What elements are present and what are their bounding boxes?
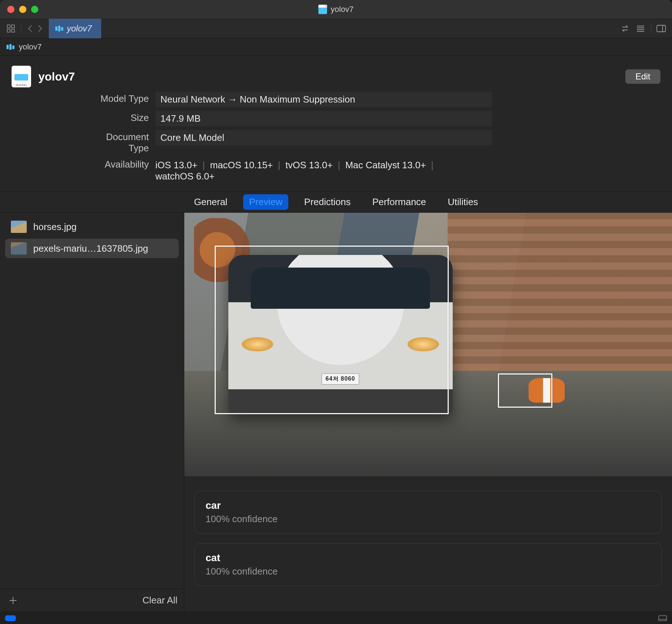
add-image-button[interactable]: [7, 594, 20, 607]
page-title: yolov7: [38, 70, 75, 83]
window-close-button[interactable]: [7, 6, 14, 13]
mlmodel-file-icon: [318, 5, 327, 14]
detection-confidence: 100% confidence: [206, 566, 651, 577]
availability-item: macOS 10.15+: [210, 160, 273, 171]
tab-performance[interactable]: Performance: [366, 194, 432, 210]
status-indicator[interactable]: [5, 615, 16, 621]
svg-rect-0: [7, 25, 10, 28]
svg-rect-6: [61, 27, 63, 31]
separator: |: [278, 160, 280, 171]
window-minimize-button[interactable]: [19, 6, 26, 13]
svg-rect-5: [58, 26, 60, 31]
preview-image: 64저 8060: [184, 213, 672, 476]
detection-label: cat: [206, 552, 651, 564]
nav-back-button[interactable]: [25, 22, 35, 35]
sidebar: horses.jpgpexels-mariu…1637805.jpg Clear…: [0, 213, 184, 612]
list-item[interactable]: horses.jpg: [5, 217, 179, 237]
toolbar: yolov7: [0, 19, 672, 38]
svg-rect-3: [12, 29, 14, 32]
nav-forward-button[interactable]: [35, 22, 45, 35]
mlmodel-crumb-icon: [7, 44, 14, 50]
window-title: yolov7: [318, 5, 354, 14]
panel-toggle-icon[interactable]: [655, 22, 668, 35]
availability-item: watchOS 6.0+: [155, 171, 215, 182]
separator: [651, 24, 651, 33]
detection-label: car: [206, 500, 651, 511]
meta-value-size: 147.9 MB: [155, 111, 492, 126]
titlebar: yolov7: [0, 0, 672, 19]
svg-rect-7: [657, 25, 665, 32]
lines-icon[interactable]: [634, 22, 647, 35]
availability-item: iOS 13.0+: [155, 160, 197, 171]
separator: |: [431, 160, 434, 171]
breadcrumb: yolov7: [0, 38, 672, 56]
tab-yolov7[interactable]: yolov7: [49, 19, 101, 38]
tab-utilities[interactable]: Utilities: [442, 194, 484, 210]
meta-label-model-type: Model Type: [84, 92, 149, 104]
panel-collapse-icon[interactable]: [658, 615, 667, 621]
meta-value-doc-type: Core ML Model: [155, 130, 492, 146]
detection-box-cat[interactable]: [498, 373, 552, 408]
meta-label-availability: Availability: [84, 157, 149, 170]
availability-item: tvOS 13.0+: [285, 160, 333, 171]
svg-rect-1: [12, 25, 14, 28]
svg-rect-11: [12, 46, 14, 49]
clear-all-button[interactable]: Clear All: [142, 595, 177, 606]
detection-card[interactable]: car100% confidence: [194, 491, 662, 534]
meta-label-size: Size: [84, 111, 149, 124]
model-header: yolov7 Edit Model Type Neural Network → …: [0, 56, 672, 192]
separator: [21, 24, 21, 33]
detection-confidence: 100% confidence: [206, 514, 651, 525]
meta-value-model-type: Neural Network → Non Maximum Suppression: [155, 92, 492, 107]
tab-predictions[interactable]: Predictions: [298, 194, 357, 210]
edit-button[interactable]: Edit: [625, 69, 660, 84]
mlmodel-header-icon: [12, 66, 31, 87]
meta-value-availability: iOS 13.0+|macOS 10.15+|tvOS 13.0+|Mac Ca…: [155, 157, 492, 184]
window-zoom-button[interactable]: [31, 6, 38, 13]
detection-list: car100% confidencecat100% confidence: [184, 476, 672, 586]
svg-rect-10: [9, 44, 12, 50]
grid-icon[interactable]: [4, 22, 17, 35]
tab-label: yolov7: [67, 23, 92, 34]
thumbnail: [11, 242, 27, 255]
svg-rect-4: [55, 26, 57, 31]
thumbnail: [11, 221, 27, 233]
breadcrumb-label[interactable]: yolov7: [19, 42, 42, 52]
svg-rect-2: [7, 29, 10, 32]
image-list: horses.jpgpexels-mariu…1637805.jpg: [0, 213, 184, 589]
separator: |: [338, 160, 340, 171]
swap-icon[interactable]: [619, 22, 632, 35]
statusbar: [0, 612, 672, 624]
window-title-text: yolov7: [331, 5, 354, 14]
detection-box-car[interactable]: [215, 246, 449, 414]
tabs-bar: General Preview Predictions Performance …: [0, 192, 672, 213]
list-item[interactable]: pexels-mariu…1637805.jpg: [5, 239, 179, 258]
svg-rect-12: [659, 616, 667, 621]
meta-label-doc-type: Document Type: [84, 130, 149, 154]
tab-general[interactable]: General: [188, 194, 233, 210]
tab-preview[interactable]: Preview: [243, 194, 288, 210]
svg-rect-9: [7, 45, 9, 49]
availability-item: Mac Catalyst 13.0+: [345, 160, 426, 171]
list-item-label: pexels-mariu…1637805.jpg: [33, 243, 148, 254]
separator: |: [202, 160, 205, 171]
mlmodel-tab-icon: [55, 26, 63, 31]
list-item-label: horses.jpg: [33, 221, 77, 233]
preview-pane: 64저 8060 car100% confidencecat100% confi…: [184, 213, 672, 612]
detection-card[interactable]: cat100% confidence: [194, 543, 662, 586]
